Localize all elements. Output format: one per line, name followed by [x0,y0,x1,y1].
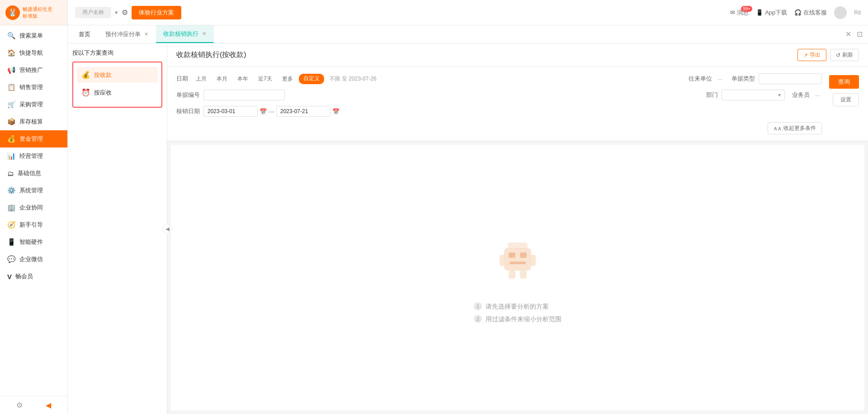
svg-rect-7 [520,271,527,279]
tab-home-label: 首页 [79,30,90,38]
tab-close-all-icon[interactable]: ✕ [844,30,853,38]
sidebar-item-sys-mgmt[interactable]: ⚙️ 系统管理 [0,182,67,199]
collapse-more-label: 收起更多条件 [783,124,816,132]
refresh-button[interactable]: ↺ 刷新 [830,49,859,61]
industry-btn[interactable]: 体验行业方案 [132,6,181,19]
writeoff-date-start-input[interactable] [203,106,258,117]
sidebar-item-member[interactable]: V 畅会员 [0,268,67,285]
settings-bottom-icon[interactable]: ⚙ [16,401,23,409]
sidebar-item-purchase[interactable]: 🛒 采购管理 [0,96,67,113]
sidebar-item-search-menu[interactable]: 🔍 搜索菜单 [0,27,67,44]
panel-collapse-btn[interactable]: ◀ [162,224,172,234]
date-btn-custom[interactable]: 自定义 [299,74,324,84]
page-actions: ↗ 导出 ↺ 刷新 [797,49,859,61]
sidebar-item-quick-nav[interactable]: 🏠 快捷导航 [0,44,67,62]
topbar-avatar [834,6,847,19]
date-label: 日期 [176,75,188,83]
filter-box: 💰 按收款 ⏰ 按应收 [72,62,162,108]
tab-home[interactable]: 首页 [71,25,98,43]
sidebar-item-basic-info[interactable]: 🗂 基础信息 [0,165,67,182]
sidebar-item-label: 智能硬件 [19,238,43,246]
tab-prepay-close[interactable]: ✕ [144,31,148,37]
topbar-app[interactable]: 📱 App下载 [756,9,787,17]
operation-icon: 📊 [7,152,16,160]
purchase-icon: 🛒 [7,100,16,109]
docnum-input[interactable] [203,90,285,100]
filter-group-docnum: 单据编号 [176,90,285,100]
topbar-dropdown-icon[interactable]: ▾ [115,9,118,16]
sidebar-item-guide[interactable]: 🧭 新手引导 [0,216,67,233]
counterparty-dots[interactable]: ··· [716,76,724,82]
date-btn-this-year[interactable]: 本年 [233,74,252,84]
collapse-more-btn[interactable]: ∧∧ 收起更多条件 [768,122,822,134]
filter-group-dept: 部门 ▾ [706,90,785,100]
topbar: 用户名称 ▾ ⚙ 体验行业方案 ✉ 消息 99+ 📱 App下载 🎧 在线客服 … [68,0,868,25]
export-icon: ↗ [803,52,808,58]
sys-mgmt-icon: ⚙️ [7,186,16,195]
tabs-end: ✕ ⊡ [844,30,864,38]
tab-collection[interactable]: 收款核销执行 ✕ [156,25,214,43]
finance-icon: 💰 [7,135,16,143]
topbar-gear-icon[interactable]: ⚙ [122,8,128,17]
date-btn-7days[interactable]: 近7天 [254,74,276,84]
sidebar-item-hardware[interactable]: 📱 智能硬件 [0,233,67,251]
empty-tip-1: 1 请先选择要分析的方案 [474,300,561,313]
filter-by-receivable[interactable]: ⏰ 按应收 [77,85,158,100]
writeoff-date-end-icon[interactable]: 📅 [332,108,340,115]
sidebar-item-inventory[interactable]: 📦 库存核算 [0,113,67,130]
writeoff-date-end-input[interactable] [276,106,330,117]
filter-group-writeoff-date: 核销日期 📅 — 📅 [176,106,340,117]
sidebar-menu: 🔍 搜索菜单 🏠 快捷导航 📢 营销推广 📋 销售管理 🛒 采购管理 📦 库存核… [0,25,67,396]
settings-button[interactable]: 设置 [833,93,859,106]
filter-by-collection[interactable]: 💰 按收款 [77,67,158,83]
sidebar-item-marketing[interactable]: 📢 营销推广 [0,62,67,79]
dept-select[interactable]: ▾ [722,90,785,100]
sidebar: 🐰 畅捷通好生意 标准版 🔍 搜索菜单 🏠 快捷导航 📢 营销推广 📋 销售管理… [0,0,68,414]
sidebar-item-sales[interactable]: 📋 销售管理 [0,79,67,96]
tab-collection-close[interactable]: ✕ [202,31,206,37]
marketing-icon: 📢 [7,66,16,74]
doctype-label: 单据类型 [731,75,755,83]
filter-collection-label: 按收款 [94,71,112,79]
app-label: App下载 [765,9,787,17]
counterparty-label: 往来单位 [689,75,712,83]
staff-dots[interactable]: ··· [813,92,822,99]
sidebar-item-finance[interactable]: 💰 资金管理 [0,130,67,148]
filter-area: 日期 上月 本月 本年 近7天 更多 自定义 不限 至 2023-07-26 [167,67,868,141]
filter-row-2: 单据编号 部门 ▾ 业务员 ··· [176,90,822,100]
svg-rect-6 [509,271,515,279]
collection-icon: 💰 [81,71,90,79]
tab-expand-icon[interactable]: ⊡ [855,30,864,38]
export-label: 导出 [810,51,821,59]
date-btn-more[interactable]: 更多 [278,74,297,84]
topbar-username: Rit [854,10,861,16]
filter-group-doctype: 单据类型 [731,73,822,84]
writeoff-date-start-icon[interactable]: 📅 [259,108,267,115]
sidebar-item-label: 新手引导 [19,221,43,229]
date-btn-last-month[interactable]: 上月 [192,74,211,84]
date-btn-this-month[interactable]: 本月 [212,74,231,84]
sidebar-item-label: 库存核算 [19,118,43,126]
sidebar-item-wechat[interactable]: 💬 企业微信 [0,251,67,268]
sidebar-item-label: 企业微信 [19,255,43,263]
logo-icon: 🐰 [5,5,20,20]
tab-prepay[interactable]: 预付冲应付单 ✕ [98,25,156,43]
collapse-sidebar-icon[interactable]: ◀ [46,401,51,409]
writeoff-date-label: 核销日期 [176,107,200,115]
sidebar-item-operation[interactable]: 📊 经营管理 [0,148,67,165]
page-header: 收款核销执行(按收款) ↗ 导出 ↺ 刷新 [167,43,868,67]
topbar-msg[interactable]: ✉ 消息 99+ [730,9,749,17]
export-button[interactable]: ↗ 导出 [797,49,826,61]
doctype-select[interactable] [759,73,822,84]
msg-badge: 99+ [741,6,752,12]
topbar-service[interactable]: 🎧 在线客服 [794,9,827,17]
empty-illustration [491,230,545,293]
dept-label: 部门 [706,91,718,99]
query-button[interactable]: 查询 [829,75,859,89]
sidebar-item-enterprise[interactable]: 🏢 企业协同 [0,199,67,216]
svg-rect-4 [500,255,505,266]
home-icon: 🏠 [7,49,16,57]
sidebar-item-label: 采购管理 [19,100,43,109]
logo-text: 畅捷通好生意 标准版 [23,6,52,19]
tip-text-1: 请先选择要分析的方案 [486,300,549,313]
